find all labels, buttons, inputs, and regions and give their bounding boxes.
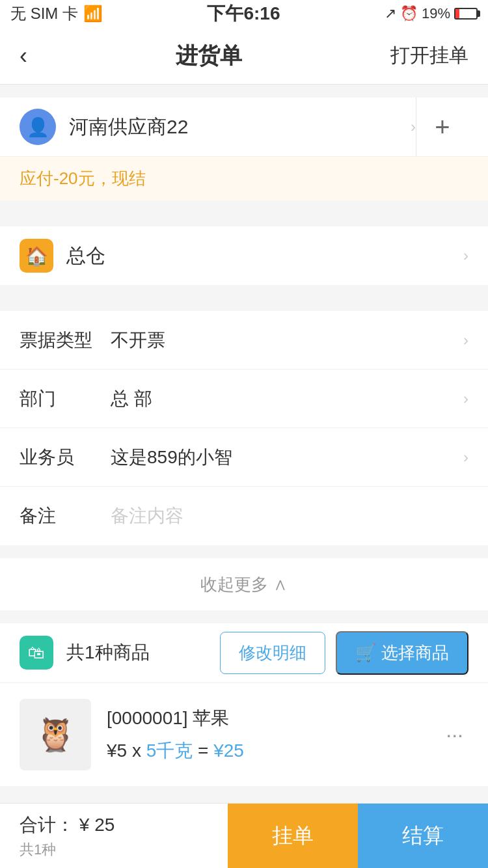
salesperson-row[interactable]: 业务员 这是859的小智 › — [0, 428, 488, 487]
alarm-icon: ⏰ — [400, 5, 418, 22]
footer-total-area: 合计： ¥ 25 共1种 — [0, 804, 228, 868]
status-left: 无 SIM 卡 📶 — [10, 3, 103, 24]
warehouse-section[interactable]: 🏠 总仓 › — [0, 226, 488, 285]
supplier-name: 河南供应商22 — [69, 114, 404, 141]
footer-total-main: 合计： ¥ 25 — [20, 813, 208, 837]
product-unit-price: ¥5 — [107, 740, 127, 761]
hang-button[interactable]: 挂单 — [228, 804, 358, 868]
product-equals: = — [198, 740, 213, 761]
salesperson-chevron-icon: › — [463, 448, 468, 467]
department-chevron-icon: › — [463, 390, 468, 408]
supplier-section: 👤 河南供应商22 › + — [0, 98, 488, 157]
settle-button[interactable]: 结算 — [358, 804, 488, 868]
remark-input[interactable]: 备注内容 — [111, 504, 468, 528]
payment-notice: 应付-20元，现结 — [0, 157, 488, 200]
footer-count: 共1种 — [20, 840, 208, 860]
select-product-cart-icon: 🛒 — [355, 643, 376, 663]
product-info: [0000001] 苹果 ¥5 x 5千克 = ¥25 — [107, 706, 441, 763]
product-name: [0000001] 苹果 — [107, 706, 441, 731]
status-time: 下午6:16 — [207, 1, 280, 26]
product-multiply: x — [132, 740, 146, 761]
product-count-icon: 🛍 — [20, 636, 53, 670]
remark-label: 备注 — [20, 504, 111, 528]
total-label: 合计： — [20, 815, 74, 835]
add-supplier-button[interactable]: + — [416, 113, 468, 142]
remark-row[interactable]: 备注 备注内容 — [0, 487, 488, 545]
wifi-icon: 📶 — [83, 5, 103, 23]
battery-icon — [454, 8, 478, 20]
hang-label: 挂单 — [272, 822, 314, 850]
supplier-row[interactable]: 👤 河南供应商22 › — [20, 98, 416, 156]
edit-detail-button[interactable]: 修改明细 — [220, 632, 325, 674]
divider-1 — [0, 85, 488, 98]
product-quantity: 5千克 — [146, 740, 193, 761]
bill-type-row[interactable]: 票据类型 不开票 › — [0, 311, 488, 370]
salesperson-label: 业务员 — [20, 445, 111, 470]
form-section: 票据类型 不开票 › 部门 总 部 › 业务员 这是859的小智 › 备注 备注… — [0, 311, 488, 545]
bill-type-label: 票据类型 — [20, 328, 111, 353]
carrier-text: 无 SIM 卡 — [10, 3, 78, 24]
warehouse-chevron-icon: › — [463, 247, 468, 265]
warehouse-name: 总仓 — [66, 243, 457, 269]
product-count-text: 共1种商品 — [66, 640, 220, 665]
open-hang-button[interactable]: 打开挂单 — [390, 42, 468, 69]
nav-bar: ‹ 进货单 打开挂单 — [0, 27, 488, 85]
warehouse-icon: 🏠 — [20, 239, 53, 273]
product-thumbnail: 🦉 — [20, 699, 91, 770]
collapse-label: 收起更多 ∧ — [200, 573, 287, 596]
product-header: 🛍 共1种商品 修改明细 🛒 选择商品 — [0, 623, 488, 682]
product-item: 🦉 [0000001] 苹果 ¥5 x 5千克 = ¥25 ··· — [0, 683, 488, 786]
select-product-button[interactable]: 🛒 选择商品 — [336, 631, 468, 675]
bill-type-value: 不开票 — [111, 328, 457, 353]
page-title: 进货单 — [176, 41, 242, 71]
battery-text: 19% — [422, 5, 450, 22]
product-price: ¥5 x 5千克 = ¥25 — [107, 739, 441, 763]
footer: 合计： ¥ 25 共1种 挂单 结算 — [0, 803, 488, 868]
product-owl-icon: 🦉 — [35, 716, 75, 753]
location-icon: ↗ — [385, 5, 396, 22]
status-bar: 无 SIM 卡 📶 下午6:16 ↗ ⏰ 19% — [0, 0, 488, 27]
collapse-button[interactable]: 收起更多 ∧ — [0, 558, 488, 610]
product-total: ¥25 — [213, 740, 244, 761]
total-amount: ¥ 25 — [79, 815, 115, 835]
cart-icon: 🛍 — [28, 643, 45, 663]
product-more-button[interactable]: ··· — [441, 723, 468, 747]
select-product-label: 选择商品 — [381, 642, 449, 664]
department-label: 部门 — [20, 387, 111, 411]
back-button[interactable]: ‹ — [20, 42, 27, 70]
salesperson-value: 这是859的小智 — [111, 445, 457, 470]
department-value: 总 部 — [111, 387, 457, 411]
supplier-chevron-icon: › — [411, 118, 416, 136]
department-row[interactable]: 部门 总 部 › — [0, 370, 488, 428]
divider-3 — [0, 285, 488, 298]
divider-2 — [0, 200, 488, 213]
bill-type-chevron-icon: › — [463, 331, 468, 349]
status-right: ↗ ⏰ 19% — [385, 5, 478, 22]
supplier-avatar: 👤 — [20, 109, 56, 145]
avatar-icon: 👤 — [27, 116, 49, 138]
settle-label: 结算 — [402, 822, 444, 850]
